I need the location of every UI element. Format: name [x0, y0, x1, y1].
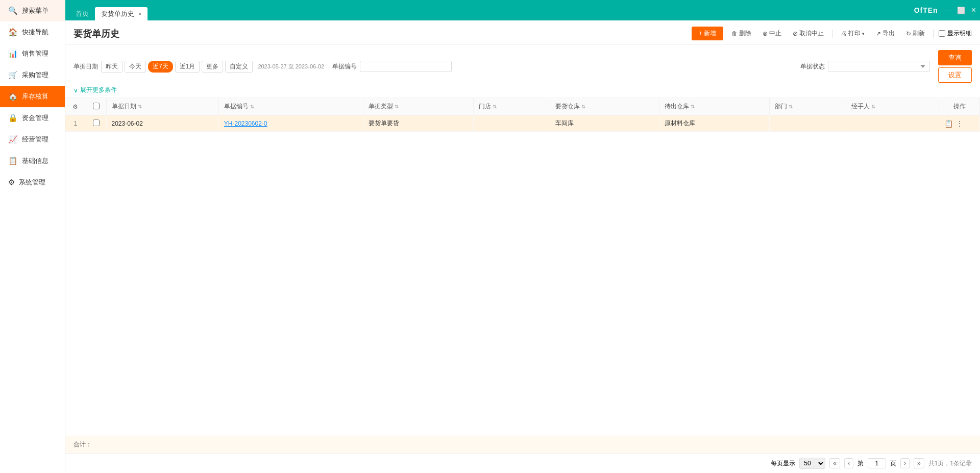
date-btn-昨天[interactable]: 昨天 — [101, 61, 122, 73]
row-doc-no-link-0[interactable]: YH-20230602-0 — [224, 120, 267, 127]
brand-label: OfTEn — [914, 6, 938, 14]
sort-doc-date-icon[interactable]: ⇅ — [138, 104, 142, 109]
date-label: 单据日期 — [74, 62, 98, 71]
row-pending-wh-0: 原材料仓库 — [659, 115, 770, 132]
print-icon: 🖨 — [841, 30, 847, 37]
status-select[interactable] — [828, 61, 930, 72]
new-button[interactable]: + 新增 — [692, 27, 723, 40]
show-detail-label: 显示明细 — [947, 29, 972, 38]
sidebar-item-inventory[interactable]: 🏠库存核算 — [0, 86, 65, 107]
th-ops: 操作 — [939, 98, 980, 115]
expand-icon: ∨ — [74, 87, 78, 94]
sidebar-icon-base-info: 📋 — [8, 156, 18, 165]
select-all-checkbox[interactable] — [93, 103, 100, 109]
cancel-stop-icon: ⊘ — [793, 30, 798, 37]
date-btn-近1月[interactable]: 近1月 — [175, 61, 200, 73]
sidebar-label-search-menu: 搜索菜单 — [22, 6, 48, 15]
query-button[interactable]: 查询 — [938, 50, 972, 65]
maximize-btn[interactable]: ⬜ — [957, 7, 965, 14]
page-size-select[interactable]: 50 100 200 — [799, 458, 825, 469]
total-info: 共1页，1条记录 — [928, 459, 972, 468]
stop-icon: ⊗ — [763, 30, 768, 37]
sort-req-wh-icon[interactable]: ⇅ — [581, 104, 585, 109]
sidebar-item-base-info[interactable]: 📋基础信息 — [0, 150, 65, 172]
main-area: 首页要货单历史× OfTEn — ⬜ × 要货单历史 + 新增 🗑 删除 ⊗ 中… — [65, 0, 980, 473]
row-num-0: 1 — [65, 115, 86, 132]
sort-store-icon[interactable]: ⇅ — [493, 104, 497, 109]
sidebar-label-quick-nav: 快捷导航 — [22, 28, 48, 37]
sidebar-icon-inventory: 🏠 — [8, 92, 18, 101]
sort-doc-no-icon[interactable]: ⇅ — [250, 104, 254, 109]
close-window-btn[interactable]: × — [971, 6, 976, 15]
sidebar-label-base-info: 基础信息 — [22, 156, 48, 165]
minimize-btn[interactable]: — — [944, 7, 951, 14]
row-select-0[interactable] — [93, 120, 100, 126]
row-checkbox-0 — [86, 115, 106, 132]
tabs-container: 首页要货单历史× — [69, 0, 148, 20]
tab-home[interactable]: 首页 — [69, 7, 95, 20]
th-handler: 经手人⇅ — [846, 98, 939, 115]
row-edit-icon-0[interactable]: 📋 — [944, 120, 953, 128]
page-header: 要货单历史 + 新增 🗑 删除 ⊗ 中止 ⊘ 取消中止 🖨 打 — [65, 20, 980, 45]
print-chevron-icon: ▾ — [862, 31, 865, 36]
sidebar-item-operations[interactable]: 📈经营管理 — [0, 129, 65, 150]
sidebar-icon-quick-nav: 🏠 — [8, 28, 18, 37]
tab-requisition-history[interactable]: 要货单历史× — [95, 7, 148, 20]
page-title: 要货单历史 — [74, 28, 119, 40]
export-button[interactable]: ↗ 导出 — [873, 27, 898, 40]
sidebar-item-finance[interactable]: 🔒资金管理 — [0, 107, 65, 129]
expand-filter-btn[interactable]: ∨ 展开更多条件 — [74, 86, 972, 94]
row-more-icon-0[interactable]: ⋮ — [956, 120, 963, 128]
tab-label-home: 首页 — [76, 9, 89, 18]
row-handler-0 — [846, 115, 939, 132]
show-detail-checkbox[interactable] — [939, 30, 945, 37]
show-detail-toggle[interactable]: 显示明细 — [939, 29, 972, 38]
print-button[interactable]: 🖨 打印 ▾ — [838, 27, 868, 40]
tab-close-requisition-history[interactable]: × — [138, 11, 141, 17]
cancel-stop-button[interactable]: ⊘ 取消中止 — [790, 27, 827, 40]
sidebar-item-purchase[interactable]: 🛒采购管理 — [0, 64, 65, 86]
sort-pending-wh-icon[interactable]: ⇅ — [691, 104, 695, 109]
settings-button[interactable]: 设置 — [938, 67, 972, 83]
sidebar-item-sales[interactable]: 📊销售管理 — [0, 43, 65, 64]
date-btn-今天[interactable]: 今天 — [125, 61, 146, 73]
th-doc-type: 单据类型⇅ — [363, 98, 474, 115]
next-page-btn[interactable]: › — [900, 458, 910, 468]
th-settings[interactable]: ⚙ — [65, 98, 86, 115]
gear-icon: ⚙ — [72, 103, 78, 110]
sidebar-label-sales: 销售管理 — [22, 49, 48, 58]
sidebar-icon-sales: 📊 — [8, 49, 18, 58]
date-btn-更多[interactable]: 更多 — [202, 61, 223, 73]
refresh-button[interactable]: ↻ 刷新 — [903, 27, 928, 40]
sidebar-item-search-menu[interactable]: 🔍搜索菜单 — [0, 0, 65, 21]
table-body: 1 2023-06-02 YH-20230602-0 要货单要货 车间库 原材料… — [65, 115, 980, 132]
delete-button[interactable]: 🗑 删除 — [728, 27, 754, 40]
sidebar-item-sys-manage[interactable]: ⚙系统管理 — [0, 172, 65, 193]
table-container: ⚙ 单据日期⇅ 单据编号⇅ 单据类型⇅ 门店⇅ 要货仓库⇅ 待出仓库⇅ 部门⇅ … — [65, 98, 980, 436]
sort-handler-icon[interactable]: ⇅ — [871, 104, 875, 109]
row-doc-date-0: 2023-06-02 — [106, 115, 218, 132]
th-dept: 部门⇅ — [770, 98, 846, 115]
docno-label: 单据编号 — [332, 62, 357, 71]
sort-doc-type-icon[interactable]: ⇅ — [395, 104, 399, 109]
sidebar-item-quick-nav[interactable]: 🏠快捷导航 — [0, 21, 65, 43]
sort-dept-icon[interactable]: ⇅ — [789, 104, 793, 109]
row-req-wh-0: 车间库 — [550, 115, 659, 132]
date-btn-自定义[interactable]: 自定义 — [225, 61, 253, 73]
sidebar-label-operations: 经营管理 — [22, 135, 48, 144]
expand-label: 展开更多条件 — [80, 86, 117, 94]
table-footer: 合计： — [65, 436, 980, 453]
date-filter: 单据日期 昨天今天近7天近1月更多自定义 2023-05-27 至 2023-0… — [74, 61, 324, 73]
sidebar-label-finance: 资金管理 — [22, 113, 48, 123]
docno-input[interactable] — [360, 61, 452, 72]
last-page-btn[interactable]: » — [914, 458, 924, 468]
status-label: 单据状态 — [800, 62, 825, 71]
footer-label: 合计： — [74, 441, 92, 448]
prev-page-btn[interactable]: ‹ — [844, 458, 853, 468]
first-page-btn[interactable]: « — [829, 458, 840, 468]
date-btn-近7天[interactable]: 近7天 — [148, 61, 173, 73]
topbar: 首页要货单历史× OfTEn — ⬜ × — [65, 0, 980, 20]
stop-button[interactable]: ⊗ 中止 — [760, 27, 785, 40]
page-number-input[interactable] — [868, 458, 886, 468]
refresh-icon: ↻ — [906, 30, 911, 37]
